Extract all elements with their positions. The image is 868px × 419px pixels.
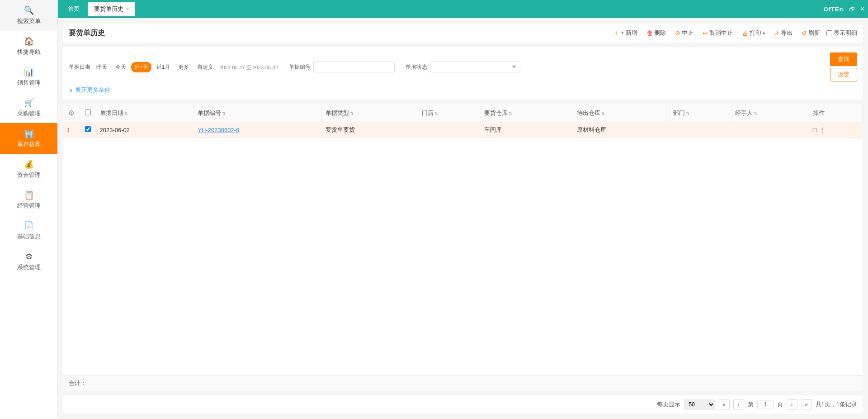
expand-filter-button[interactable]: ∨ 展开更多条件 (69, 86, 110, 94)
th-checkbox (80, 104, 96, 122)
sidebar-item-basic-info[interactable]: 📄基础信息 (0, 215, 57, 246)
table-body: 1 2023-06-02 YH-20230602-0 要货单要货 车间库 (63, 122, 863, 138)
sort-date-icon[interactable]: ⇅ (124, 111, 128, 116)
doc-number-link[interactable]: YH-20230602-0 (198, 127, 239, 133)
table-wrapper: ⚙ 单据日期⇅ 单据编号⇅ 单 (63, 104, 863, 375)
refresh-button[interactable]: ↺ 刷新 (799, 27, 823, 39)
tab-requisition-history[interactable]: 要货单历史× (88, 2, 135, 16)
sidebar-item-inventory[interactable]: 🏢库存核算 (0, 123, 57, 154)
date-btn-custom[interactable]: 自定义 (194, 62, 217, 72)
td-store (418, 122, 480, 138)
filter-row-1: 单据日期 昨天 今天 近7天 近1月 更多 自定义 2023-05-27 至 2… (69, 52, 857, 81)
sidebar-item-sales[interactable]: 📊销售管理 (0, 62, 57, 92)
sort-store-icon[interactable]: ⇅ (434, 111, 438, 116)
date-btn-1month[interactable]: 近1月 (153, 62, 174, 72)
first-page-button[interactable]: « (719, 399, 730, 410)
cancel-stop-icon: ↩ (703, 29, 708, 37)
export-icon: ↗ (774, 29, 779, 37)
display-detail-toggle[interactable]: 显示明细 (826, 29, 857, 37)
status-select[interactable] (430, 62, 520, 72)
last-page-button[interactable]: » (801, 399, 812, 410)
sidebar-item-search-menu[interactable]: 🔍搜索菜单 (0, 0, 57, 31)
per-page-select[interactable]: 50 10 20 100 (684, 400, 715, 409)
date-btn-more[interactable]: 更多 (175, 62, 192, 72)
date-btn-yesterday[interactable]: 昨天 (93, 62, 110, 72)
print-dropdown-icon: ▾ (763, 31, 765, 36)
sidebar-item-finance[interactable]: 💰资金管理 (0, 154, 57, 185)
content-area: 要货单历史 ＋ + 新增 🗑 删除 ⊘ 中止 ↩ 取消中止 (58, 18, 868, 419)
th-number: 单据编号⇅ (194, 104, 322, 122)
column-settings-icon[interactable]: ⚙ (68, 109, 75, 117)
td-action: □ ⋮ (809, 122, 862, 138)
query-button[interactable]: 查询 (830, 52, 857, 66)
doc-number-input[interactable] (313, 62, 395, 72)
date-range-buttons: 昨天 今天 近7天 近1月 更多 自定义 (93, 62, 217, 72)
th-department: 部门⇅ (669, 104, 731, 122)
sort-number-icon[interactable]: ⇅ (222, 111, 226, 116)
tab-label: 要货单历史 (94, 5, 123, 13)
td-department (669, 122, 731, 138)
per-page-label: 每页显示 (657, 400, 680, 409)
settings-button[interactable]: 设置 (830, 68, 857, 81)
print-button[interactable]: 🖨 打印 ▾ (739, 27, 768, 39)
sidebar-item-label: 系统管理 (17, 263, 41, 271)
inventory-icon: 🏢 (24, 129, 34, 138)
sales-icon: 📊 (24, 67, 34, 77)
filter-area: 单据日期 昨天 今天 近7天 近1月 更多 自定义 2023-05-27 至 2… (63, 47, 863, 100)
topbar-right: OfTEn 🗗 × (824, 5, 864, 13)
sort-req-warehouse-icon[interactable]: ⇅ (509, 111, 512, 116)
page-title: 要货单历史 (69, 29, 105, 38)
more-action-icon[interactable]: ⋮ (819, 126, 826, 133)
page-header: 要货单历史 ＋ + 新增 🗑 删除 ⊘ 中止 ↩ 取消中止 (63, 24, 863, 43)
next-page-button[interactable]: › (787, 399, 797, 410)
select-all-checkbox[interactable] (85, 110, 91, 115)
table-footer: 合计： (63, 375, 863, 391)
sidebar-item-label: 销售管理 (17, 79, 41, 87)
sidebar-item-system[interactable]: ⚙系统管理 (0, 246, 57, 277)
export-button[interactable]: ↗ 导出 (771, 27, 795, 39)
th-handler: 经手人⇅ (731, 104, 809, 122)
sidebar-item-label: 采购管理 (17, 110, 41, 118)
sort-handler-icon[interactable]: ⇅ (754, 111, 757, 116)
th-action: 操作 (809, 104, 862, 122)
delete-button[interactable]: 🗑 删除 (644, 27, 669, 39)
th-pending-warehouse: 待出仓库⇅ (573, 104, 669, 122)
td-number: YH-20230602-0 (194, 122, 322, 138)
date-btn-7days[interactable]: 近7天 (131, 62, 151, 72)
date-btn-today[interactable]: 今天 (112, 62, 129, 72)
td-date: 2023-06-02 (96, 122, 194, 138)
stop-button[interactable]: ⊘ 中止 (672, 27, 696, 39)
expand-icon: ∨ (69, 87, 73, 94)
row-checkbox[interactable] (85, 126, 91, 132)
add-button[interactable]: ＋ + 新增 (610, 27, 640, 39)
sidebar-item-operations[interactable]: 📋经营管理 (0, 185, 57, 215)
status-label: 单据状态 (406, 63, 427, 71)
sidebar-item-label: 经营管理 (17, 202, 41, 210)
cancel-stop-button[interactable]: ↩ 取消中止 (700, 27, 736, 39)
sidebar-item-quick-nav[interactable]: 🏠快捷导航 (0, 31, 57, 62)
display-detail-checkbox[interactable] (826, 30, 832, 36)
table-area: ⚙ 单据日期⇅ 单据编号⇅ 单 (63, 104, 863, 391)
quick-nav-icon: 🏠 (24, 36, 34, 46)
sort-pending-warehouse-icon[interactable]: ⇅ (601, 111, 605, 116)
system-icon: ⚙ (25, 252, 33, 262)
sort-type-icon[interactable]: ⇅ (350, 111, 354, 116)
td-req-warehouse: 车间库 (480, 122, 573, 138)
summary-label: 合计： (69, 379, 86, 387)
tab-close-button[interactable]: × (126, 6, 129, 12)
tab-home[interactable]: 首页 (61, 2, 86, 16)
data-table: ⚙ 单据日期⇅ 单据编号⇅ 单 (63, 104, 863, 138)
sort-department-icon[interactable]: ⇅ (686, 111, 689, 116)
close-button[interactable]: × (860, 5, 864, 13)
total-info: 共1页，1条记录 (816, 400, 857, 409)
prev-page-button[interactable]: ‹ (733, 399, 744, 410)
doc-number-label: 单据编号 (289, 63, 311, 71)
current-page-input[interactable] (757, 400, 774, 409)
sidebar-item-purchase[interactable]: 🛒采购管理 (0, 92, 57, 123)
restore-button[interactable]: 🗗 (849, 6, 855, 13)
sidebar: 🔍搜索菜单🏠快捷导航📊销售管理🛒采购管理🏢库存核算💰资金管理📋经营管理📄基础信息… (0, 0, 58, 419)
view-action-icon[interactable]: □ (813, 126, 816, 133)
basic-info-icon: 📄 (24, 221, 34, 231)
sidebar-item-label: 库存核算 (17, 140, 41, 148)
sidebar-item-label: 快捷导航 (17, 48, 41, 56)
